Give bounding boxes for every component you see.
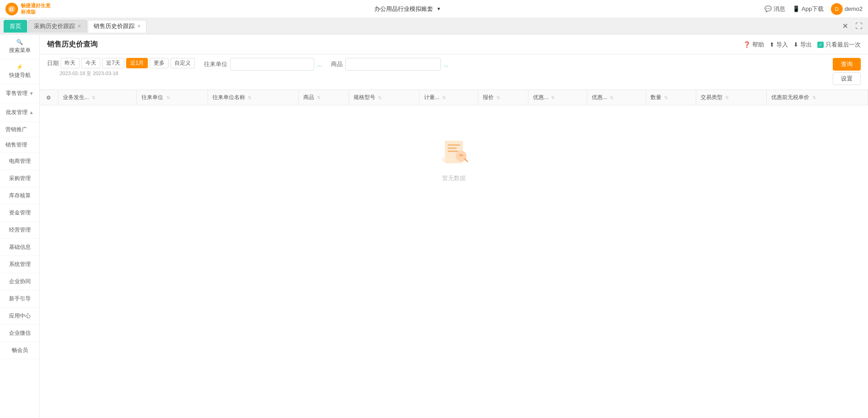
tab-home[interactable]: 首页 <box>4 20 27 33</box>
sort-quantity: ⇅ <box>664 95 668 100</box>
sidebar-item-member[interactable]: 畅会员 <box>0 342 39 359</box>
svg-point-8 <box>460 155 461 156</box>
page-title: 销售历史价查询 <box>47 40 98 49</box>
logo-area: 好 畅捷通好生意 标准版 <box>5 3 51 15</box>
col-pretax-price[interactable]: 优惠前无税单价 ⇅ <box>767 90 868 105</box>
table-wrapper: ⚙ 业务发生... ⇅ 往来单位 ⇅ 往来单位名称 ⇅ <box>40 90 868 418</box>
sidebar-item-wechat[interactable]: 企业微信 <box>0 325 39 342</box>
col-unit[interactable]: 计量... ⇅ <box>419 90 478 105</box>
filter-row: 日期 昨天 今天 近7天 近1月 更多 自定义 2023-02-18 至 202… <box>40 54 868 90</box>
sidebar-item-marketing[interactable]: 营销推广 <box>0 122 39 138</box>
tabs-bar: 首页 采购历史价跟踪 × 销售历史价跟踪 × ✕ ⛶ <box>0 18 868 34</box>
main-layout: 🔍 搜索菜单 ⚡ 快捷导航 零售管理 ▼ 批发管理 ▲ 营销推广 销售管理 电商… <box>0 34 868 418</box>
sort-from-unit-name: ⇅ <box>248 95 251 100</box>
sort-biz-date: ⇅ <box>92 95 95 100</box>
maximize-tabs-button[interactable]: ⛶ <box>854 21 864 31</box>
only-last-checkbox-label[interactable]: 只看最后一次 <box>817 41 861 49</box>
sort-discount1: ⇅ <box>551 95 555 100</box>
sidebar-item-wholesale-mgmt[interactable]: 批发管理 ▲ <box>0 103 39 122</box>
sidebar-item-guide[interactable]: 新手引导 <box>0 290 39 308</box>
product-input[interactable] <box>345 58 441 71</box>
date-filter-inline: 日期 昨天 今天 近7天 近1月 更多 自定义 <box>47 58 195 68</box>
sort-trade-type: ⇅ <box>725 95 729 100</box>
sidebar-item-ecom-mgmt[interactable]: 电商管理 <box>0 153 39 170</box>
help-icon: ❓ <box>743 41 750 48</box>
product-dots-button[interactable]: ... <box>443 61 448 68</box>
help-action[interactable]: ❓ 帮助 <box>743 41 764 49</box>
from-unit-dots-button[interactable]: ... <box>317 61 322 68</box>
tab-purchase-history[interactable]: 采购历史价跟踪 × <box>28 20 87 33</box>
col-discount1[interactable]: 优惠... ⇅ <box>528 90 587 105</box>
svg-point-7 <box>456 151 467 162</box>
col-biz-date[interactable]: 业务发生... ⇅ <box>58 90 137 105</box>
sidebar-item-inventory[interactable]: 库存核算 <box>0 187 39 204</box>
settings-button[interactable]: 设置 <box>833 72 861 85</box>
svg-text:好: 好 <box>9 7 14 12</box>
date-btn-custom[interactable]: 自定义 <box>170 58 195 68</box>
page-actions: ❓ 帮助 ⬆ 导入 ⬇ 导出 只看最后一次 <box>743 41 861 49</box>
table-header-row: ⚙ 业务发生... ⇅ 往来单位 ⇅ 往来单位名称 ⇅ <box>40 90 868 105</box>
col-quantity[interactable]: 数量 ⇅ <box>646 90 696 105</box>
app-selector-arrow[interactable]: ▼ <box>437 6 441 11</box>
col-price[interactable]: 报价 ⇅ <box>478 90 528 105</box>
import-action[interactable]: ⬆ 导入 <box>769 41 788 49</box>
sidebar-item-quick-nav[interactable]: ⚡ 快捷导航 <box>0 59 39 84</box>
date-btn-today[interactable]: 今天 <box>81 58 100 68</box>
logo-text: 畅捷通好生意 标准版 <box>21 3 51 14</box>
empty-text: 暂无数据 <box>442 174 466 182</box>
sidebar-item-sales-mgmt[interactable]: 销售管理 <box>0 138 39 153</box>
export-action[interactable]: ⬇ 导出 <box>793 41 812 49</box>
sidebar-item-retail-mgmt[interactable]: 零售管理 ▼ <box>0 84 39 103</box>
sidebar-item-sys-mgmt[interactable]: 系统管理 <box>0 256 39 273</box>
close-sales-tab[interactable]: × <box>137 23 141 29</box>
top-bar: 好 畅捷通好生意 标准版 办公用品行业模拟账套 ▼ 💬 消息 📱 App下载 D… <box>0 0 868 18</box>
query-button[interactable]: 查询 <box>833 58 861 71</box>
sort-pretax-price: ⇅ <box>812 95 816 100</box>
sidebar-item-basic-info[interactable]: 基础信息 <box>0 239 39 256</box>
export-icon: ⬇ <box>793 41 798 48</box>
col-product[interactable]: 商品 ⇅ <box>298 90 349 105</box>
col-settings[interactable]: ⚙ <box>40 90 58 105</box>
sidebar-item-app-center[interactable]: 应用中心 <box>0 308 39 325</box>
close-purchase-tab[interactable]: × <box>78 23 81 29</box>
sort-from-unit: ⇅ <box>166 95 170 100</box>
top-bar-left: 好 畅捷通好生意 标准版 <box>5 3 51 15</box>
close-all-tabs-button[interactable]: ✕ <box>840 21 850 31</box>
sidebar-item-search-menu[interactable]: 🔍 搜索菜单 <box>0 34 39 59</box>
svg-point-9 <box>462 155 463 156</box>
tabs-bar-right: ✕ ⛶ <box>840 21 864 31</box>
data-table: ⚙ 业务发生... ⇅ 往来单位 ⇅ 往来单位名称 ⇅ <box>40 90 868 105</box>
only-last-checkbox[interactable] <box>817 42 824 48</box>
col-discount2[interactable]: 优惠... ⇅ <box>587 90 646 105</box>
message-action[interactable]: 💬 消息 <box>764 5 785 13</box>
import-icon: ⬆ <box>769 41 774 48</box>
user-action[interactable]: D demo2 <box>831 3 863 15</box>
query-buttons: 查询 设置 <box>833 58 861 85</box>
sidebar: 🔍 搜索菜单 ⚡ 快捷导航 零售管理 ▼ 批发管理 ▲ 营销推广 销售管理 电商… <box>0 34 40 418</box>
col-from-unit[interactable]: 往来单位 ⇅ <box>137 90 208 105</box>
app-selector[interactable]: 办公用品行业模拟账套 ▼ <box>374 5 441 13</box>
from-unit-input[interactable] <box>230 58 314 71</box>
sidebar-item-enterprise[interactable]: 企业协同 <box>0 273 39 290</box>
col-spec[interactable]: 规格型号 ⇅ <box>349 90 419 105</box>
date-label: 日期 <box>47 59 59 67</box>
date-btn-1month[interactable]: 近1月 <box>126 58 148 68</box>
date-btn-more[interactable]: 更多 <box>150 58 169 68</box>
avatar: D <box>831 3 843 15</box>
sidebar-item-purchase-mgmt[interactable]: 采购管理 <box>0 170 39 187</box>
download-icon: 📱 <box>793 5 800 12</box>
date-btn-yesterday[interactable]: 昨天 <box>61 58 80 68</box>
sort-price: ⇅ <box>496 95 500 100</box>
svg-rect-5 <box>448 147 457 149</box>
col-trade-type[interactable]: 交易类型 ⇅ <box>696 90 767 105</box>
sidebar-item-ops-mgmt[interactable]: 经营管理 <box>0 222 39 239</box>
svg-rect-4 <box>448 144 460 146</box>
col-from-unit-name[interactable]: 往来单位名称 ⇅ <box>208 90 298 105</box>
tab-sales-history[interactable]: 销售历史价跟踪 × <box>88 20 146 33</box>
content-area: 销售历史价查询 ❓ 帮助 ⬆ 导入 ⬇ 导出 <box>40 34 868 418</box>
date-btn-7days[interactable]: 近7天 <box>102 58 124 68</box>
search-icon: 🔍 <box>16 39 23 45</box>
date-buttons: 昨天 今天 近7天 近1月 更多 自定义 <box>61 58 195 68</box>
sidebar-item-finance[interactable]: 资金管理 <box>0 204 39 222</box>
app-download-action[interactable]: 📱 App下载 <box>793 5 824 13</box>
